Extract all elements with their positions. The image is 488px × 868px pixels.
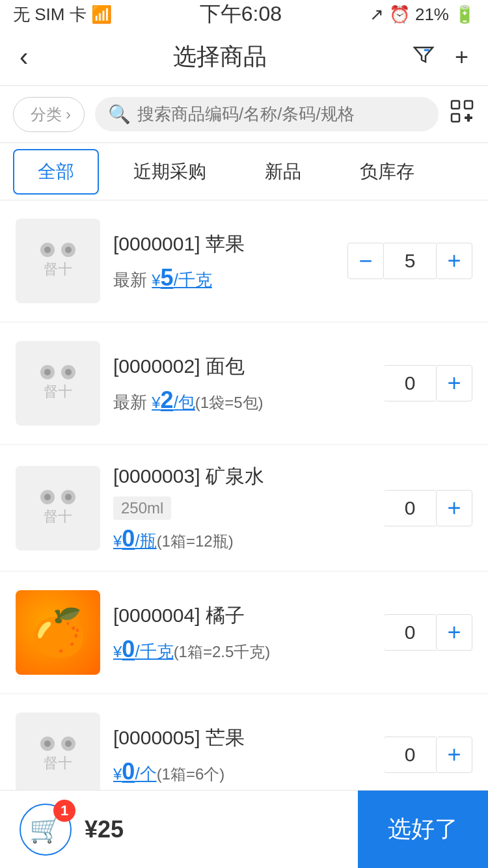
bottom-bar: 🛒 1 ¥25 选好了 xyxy=(0,790,488,868)
svg-rect-1 xyxy=(452,101,459,109)
scan-icon[interactable] xyxy=(449,98,475,130)
status-right: ↗ ⏰ 21% 🔋 xyxy=(370,5,475,25)
qty-control-1: + xyxy=(384,365,472,401)
back-button[interactable]: ‹ xyxy=(20,42,28,72)
product-price-4: ¥0/个(1箱=6个) xyxy=(113,758,371,785)
product-info-1: [0000002] 面包 最新 ¥2/包(1袋=5包) xyxy=(113,353,371,414)
product-list: 督十 [0000001] 苹果 最新 ¥5/千克 − + 督十 xyxy=(0,200,488,868)
alarm-icon: ⏰ xyxy=(389,5,410,25)
qty-control-2: + xyxy=(384,490,472,526)
product-image-0: 督十 xyxy=(16,219,100,303)
product-name-2: [0000003] 矿泉水 xyxy=(113,463,371,490)
cart-total: ¥25 xyxy=(85,816,124,843)
qty-input-3[interactable] xyxy=(384,614,436,651)
tab-recent[interactable]: 近期采购 xyxy=(109,150,230,194)
product-name-3: [0000004] 橘子 xyxy=(113,603,371,629)
category-button[interactable]: 分类 › xyxy=(13,97,85,132)
cart-badge: 1 xyxy=(53,800,75,822)
product-info-0: [0000001] 苹果 最新 ¥5/千克 xyxy=(113,231,334,292)
qty-control-3: + xyxy=(384,614,472,651)
nav-actions: + xyxy=(412,42,468,72)
qty-increase-0[interactable]: + xyxy=(436,243,472,279)
product-price-2: ¥0/瓶(1箱=12瓶) xyxy=(113,525,371,552)
product-info-3: [0000004] 橘子 ¥0/千克(1箱=2.5千克) xyxy=(113,603,371,663)
tab-all[interactable]: 全部 xyxy=(13,149,99,195)
product-price-1: 最新 ¥2/包(1袋=5包) xyxy=(113,387,371,414)
table-row: 督十 [0000002] 面包 最新 ¥2/包(1袋=5包) + xyxy=(0,323,488,444)
qty-increase-1[interactable]: + xyxy=(436,365,472,401)
svg-rect-3 xyxy=(452,114,459,122)
filter-icon[interactable] xyxy=(412,42,435,72)
product-image-2: 督十 xyxy=(16,466,100,550)
search-input[interactable] xyxy=(137,104,426,124)
product-image-1: 督十 xyxy=(16,341,100,426)
product-price-3: ¥0/千克(1箱=2.5千克) xyxy=(113,636,371,663)
product-info-2: [0000003] 矿泉水 250ml ¥0/瓶(1箱=12瓶) xyxy=(113,463,371,552)
svg-rect-2 xyxy=(465,101,472,109)
product-info-4: [0000005] 芒果 ¥0/个(1箱=6个) xyxy=(113,725,371,785)
search-icon: 🔍 xyxy=(108,103,131,125)
product-image-3: 🍊 xyxy=(16,590,100,675)
nav-bar: ‹ 选择商品 + xyxy=(0,29,488,86)
qty-control-4: + xyxy=(384,737,472,773)
location-icon: ↗ xyxy=(370,5,384,25)
filter-bar: 分类 › 🔍 xyxy=(0,86,488,143)
product-image-4: 督十 xyxy=(16,712,100,797)
qty-increase-4[interactable]: + xyxy=(436,737,472,773)
tab-new[interactable]: 新品 xyxy=(241,150,325,194)
cart-section: 🛒 1 ¥25 xyxy=(0,804,358,856)
category-label: 分类 xyxy=(31,104,62,125)
table-row: 督十 [0000001] 苹果 最新 ¥5/千克 − + xyxy=(0,200,488,321)
qty-input-0[interactable] xyxy=(384,243,436,279)
product-name-4: [0000005] 芒果 xyxy=(113,725,371,752)
svg-rect-5 xyxy=(467,114,470,122)
category-arrow: › xyxy=(66,105,71,124)
cart-button[interactable]: 🛒 1 xyxy=(20,804,72,856)
qty-input-1[interactable] xyxy=(384,365,436,401)
qty-decrease-0[interactable]: − xyxy=(347,243,384,279)
product-name-1: [0000002] 面包 xyxy=(113,353,371,380)
qty-increase-3[interactable]: + xyxy=(436,614,472,651)
table-row: 🍊 [0000004] 橘子 ¥0/千克(1箱=2.5千克) + xyxy=(0,572,488,693)
product-spec-2: 250ml xyxy=(113,496,171,520)
qty-input-4[interactable] xyxy=(384,737,436,773)
battery-icon: 🔋 xyxy=(454,5,475,25)
tab-bar: 全部 近期采购 新品 负库存 xyxy=(0,143,488,200)
add-icon[interactable]: + xyxy=(455,44,468,71)
search-box: 🔍 xyxy=(95,97,439,131)
tab-negative[interactable]: 负库存 xyxy=(336,150,439,194)
qty-increase-2[interactable]: + xyxy=(436,490,472,526)
status-bar: 无 SIM 卡 📶 下午6:08 ↗ ⏰ 21% 🔋 xyxy=(0,0,488,29)
status-time: 下午6:08 xyxy=(200,0,282,29)
product-price-0: 最新 ¥5/千克 xyxy=(113,264,334,292)
product-name-0: [0000001] 苹果 xyxy=(113,231,334,258)
table-row: 督十 [0000003] 矿泉水 250ml ¥0/瓶(1箱=12瓶) + xyxy=(0,445,488,571)
qty-input-2[interactable] xyxy=(384,490,436,526)
status-left: 无 SIM 卡 📶 xyxy=(13,3,112,26)
confirm-button[interactable]: 选好了 xyxy=(358,791,488,869)
battery-level: 21% xyxy=(415,5,449,25)
page-title: 选择商品 xyxy=(173,41,267,73)
qty-control-0: − + xyxy=(347,243,472,279)
